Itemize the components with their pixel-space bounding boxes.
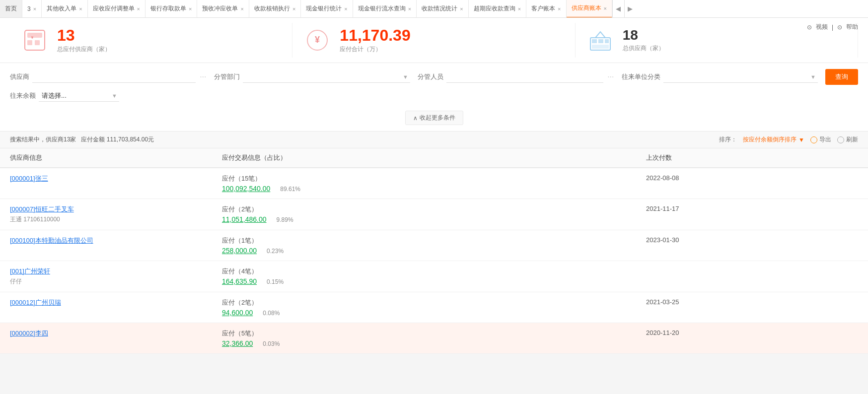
- filter-dept: 分管部门 ▼: [214, 71, 411, 83]
- stat-total-suppliers-label: 总供应商（家）: [623, 44, 664, 53]
- tx-percent-6: 0.03%: [263, 340, 280, 347]
- close-tab-ar-adjust[interactable]: ×: [137, 6, 140, 12]
- nav-tab-overdue-collect[interactable]: 超期应收款查询 ×: [469, 0, 526, 18]
- export-button[interactable]: 导出: [810, 135, 831, 144]
- refresh-label: 刷新: [846, 135, 858, 144]
- nav-tab-other-income-label: 其他收入单: [47, 4, 76, 13]
- filter-person: 分管人员 ···: [418, 71, 614, 83]
- tx-amount-link-4[interactable]: 164,635.90: [222, 277, 257, 285]
- transaction-info-6: 应付（5笔） 32,366.00 0.03%: [222, 329, 646, 347]
- close-tab-cash-bank-stat[interactable]: ×: [344, 6, 347, 12]
- supplier-link-1[interactable]: [000001]张三: [10, 174, 222, 183]
- nav-tab-bank-deposit-label: 银行存取款单: [150, 4, 186, 13]
- help-link[interactable]: 帮助: [846, 23, 858, 31]
- nav-tab-customer-account[interactable]: 客户账本 ×: [526, 0, 566, 18]
- close-tab-customer-account[interactable]: ×: [558, 6, 561, 12]
- total-supplier-icon: [585, 25, 615, 55]
- filter-row-1: 供应商 ··· 分管部门 ▼ 分管人员 ··· 往来单位分类: [10, 69, 858, 85]
- nav-tab-supplier-account[interactable]: 供应商账本 ×: [567, 0, 612, 18]
- dept-select[interactable]: [243, 71, 411, 83]
- video-link[interactable]: 视频: [816, 23, 828, 31]
- nav-tab-collect-stat[interactable]: 收款情况统计 ×: [417, 0, 468, 18]
- export-label: 导出: [819, 135, 831, 144]
- stat-payable-suppliers-label: 总应付供应商（家）: [57, 45, 111, 54]
- transaction-info-3: 应付（1笔） 258,000.00 0.23%: [222, 236, 646, 255]
- supplier-info-6: [000002]李四: [10, 329, 222, 347]
- supplier-sub-4: 仔仔: [10, 277, 222, 286]
- tx-label-1: 应付（15笔）: [222, 174, 646, 183]
- close-tab-overdue-collect[interactable]: ×: [518, 6, 521, 12]
- results-summary: 搜索结果中，供应商13家 应付金额 111,703,854.00元: [10, 135, 154, 144]
- tx-label-6: 应付（5笔）: [222, 329, 646, 338]
- tx-amount-link-6[interactable]: 32,366.00: [222, 339, 253, 347]
- nav-prev-arrow[interactable]: ◀: [612, 0, 624, 18]
- tx-amount-link-2[interactable]: 11,051,486.00: [222, 215, 267, 223]
- supplier-info-1: [000001]张三: [10, 174, 222, 193]
- close-tab-advance-collect[interactable]: ×: [240, 6, 243, 12]
- supplier-link-4[interactable]: [001]广州荣轩: [10, 267, 222, 276]
- close-tab-collect-verify[interactable]: ×: [292, 6, 295, 12]
- tx-amount-link-1[interactable]: 100,092,540.00: [222, 185, 270, 193]
- transaction-info-5: 应付（2笔） 94,600.00 0.08%: [222, 298, 646, 317]
- collapse-row: ∧ 收起更多条件: [10, 107, 858, 125]
- close-tab-3[interactable]: ×: [33, 6, 36, 12]
- nav-tab-bank-deposit[interactable]: 银行存取款单 ×: [145, 0, 197, 18]
- filter-balance: 往来余额 请选择... ▼: [10, 90, 119, 102]
- close-tab-supplier-account[interactable]: ×: [604, 5, 607, 11]
- nav-tab-home[interactable]: 首页: [0, 0, 22, 18]
- nav-tab-3-label: 3: [27, 5, 31, 12]
- nav-next-arrow[interactable]: ▶: [624, 0, 636, 18]
- nav-tab-advance-collect-label: 预收冲应收单: [202, 4, 238, 13]
- table-row: [000002]李四 应付（5笔） 32,366.00 0.03% 2020-1…: [0, 323, 868, 354]
- close-tab-cash-bank-flow[interactable]: ×: [408, 6, 411, 12]
- tx-amount-4: 164,635.90: [222, 277, 257, 285]
- supplier-link-3[interactable]: [000100]本特勤油品有限公司: [10, 236, 222, 245]
- supplier-link-2[interactable]: [000007]恒旺二手叉车: [10, 205, 222, 214]
- svg-rect-1: [27, 33, 42, 38]
- person-dots[interactable]: ···: [607, 72, 614, 81]
- nav-tab-other-income[interactable]: 其他收入单 ×: [42, 0, 87, 18]
- tx-amount-6: 32,366.00: [222, 339, 253, 347]
- search-button[interactable]: 查询: [825, 69, 858, 85]
- sort-select[interactable]: 按应付余额倒序排序 ▼: [743, 135, 804, 144]
- tx-amount-3: 258,000.00: [222, 247, 257, 255]
- tx-percent-3: 0.23%: [267, 248, 284, 255]
- payable-total-icon: ¥: [302, 25, 332, 55]
- nav-tab-ar-adjust[interactable]: 应收应付调整单 ×: [88, 0, 145, 18]
- close-tab-other-income[interactable]: ×: [79, 6, 82, 12]
- supplier-input[interactable]: [32, 71, 196, 83]
- nav-tab-ar-adjust-label: 应收应付调整单: [93, 4, 135, 13]
- collapse-icon: ∧: [413, 115, 418, 122]
- nav-tab-home-label: 首页: [5, 4, 17, 13]
- supplier-info-5: [000012]广州贝瑞: [10, 298, 222, 317]
- table-row: [000007]恒旺二手叉车 王通 17106110000 应付（2笔） 11,…: [0, 199, 868, 230]
- close-tab-bank-deposit[interactable]: ×: [189, 6, 192, 12]
- balance-select[interactable]: 请选择...: [39, 90, 119, 102]
- transaction-info-1: 应付（15笔） 100,092,540.00 89.61%: [222, 174, 646, 193]
- supplier-table: 供应商信息 应付交易信息（占比） 上次付数 [000001]张三 应付（15笔）…: [0, 148, 868, 354]
- nav-tab-cash-bank-stat[interactable]: 现金银行统计 ×: [301, 0, 353, 18]
- top-right-links: ⊙ 视频 | ⊙ 帮助: [807, 23, 858, 31]
- tx-amount-link-5[interactable]: 94,600.00: [222, 309, 253, 317]
- svg-marker-12: [595, 32, 605, 38]
- refresh-button[interactable]: 刷新: [837, 135, 858, 144]
- nav-tab-cash-bank-flow[interactable]: 现金银行流水查询 ×: [353, 0, 417, 18]
- close-tab-collect-stat[interactable]: ×: [460, 6, 463, 12]
- nav-tab-collect-verify-label: 收款核销执行: [254, 4, 290, 13]
- tx-label-4: 应付（4笔）: [222, 267, 646, 276]
- col-supplier-header: 供应商信息: [10, 153, 222, 162]
- nav-tab-3[interactable]: 3 ×: [22, 0, 42, 18]
- tx-amount-2: 11,051,486.00: [222, 215, 267, 223]
- collapse-button[interactable]: ∧ 收起更多条件: [405, 111, 463, 125]
- nav-tab-collect-verify[interactable]: 收款核销执行 ×: [249, 0, 301, 18]
- stats-bar: ¥ 13 总应付供应商（家） ¥ 11,170.39 应付合计（万）: [0, 18, 868, 63]
- supplier-link-6[interactable]: [000002]李四: [10, 329, 222, 338]
- tx-amount-link-3[interactable]: 258,000.00: [222, 247, 257, 255]
- filter-row-2: 往来余额 请选择... ▼: [10, 90, 858, 102]
- filter-dept-label: 分管部门: [214, 72, 240, 81]
- category-select[interactable]: [663, 71, 818, 83]
- nav-tab-advance-collect[interactable]: 预收冲应收单 ×: [197, 0, 249, 18]
- supplier-dots[interactable]: ···: [200, 72, 206, 81]
- person-input[interactable]: [446, 71, 603, 83]
- supplier-link-5[interactable]: [000012]广州贝瑞: [10, 298, 222, 307]
